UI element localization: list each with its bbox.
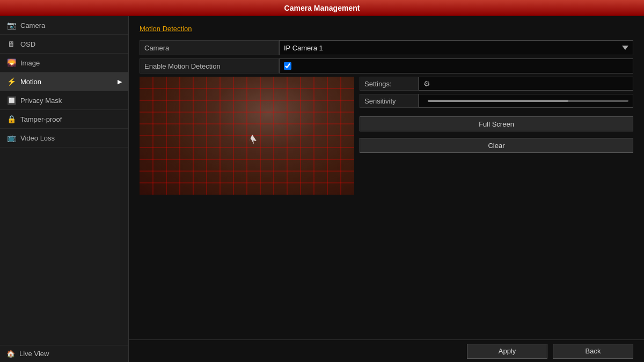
gear-icon: ⚙ bbox=[423, 79, 430, 88]
camera-label: Camera bbox=[140, 40, 279, 55]
title-text: Camera Management bbox=[284, 4, 360, 12]
sidebar-item-motion[interactable]: ⚡ Motion ▶ bbox=[0, 72, 128, 91]
camera-feed bbox=[140, 77, 354, 195]
apply-button[interactable]: Apply bbox=[467, 344, 547, 359]
video-settings-area: Settings: ⚙ Sensitivity bbox=[140, 77, 633, 195]
live-view-button[interactable]: 🏠 Live View bbox=[0, 345, 128, 362]
image-icon: 🌄 bbox=[6, 58, 16, 67]
settings-label: Settings: bbox=[360, 77, 419, 91]
full-screen-btn-wrapper: Full Screen bbox=[360, 116, 633, 131]
clear-btn-wrapper: Clear bbox=[360, 138, 633, 153]
settings-value-cell: ⚙ bbox=[419, 77, 633, 91]
camera-row: Camera IP Camera 1 bbox=[140, 40, 633, 55]
back-button[interactable]: Back bbox=[553, 344, 633, 359]
enable-motion-checkbox[interactable] bbox=[284, 62, 291, 70]
camera-select[interactable]: IP Camera 1 bbox=[279, 40, 633, 55]
sidebar-label-video-loss: Video Loss bbox=[20, 134, 55, 142]
privacy-mask-icon: 🔲 bbox=[6, 96, 16, 105]
content-area: Motion Detection Camera IP Camera 1 Enab… bbox=[129, 16, 644, 362]
sidebar-item-image[interactable]: 🌄 Image bbox=[0, 54, 128, 72]
cam-background bbox=[140, 77, 354, 195]
full-screen-button[interactable]: Full Screen bbox=[360, 116, 633, 131]
settings-row: Settings: ⚙ bbox=[360, 77, 633, 91]
sidebar-label-osd: OSD bbox=[20, 40, 35, 48]
osd-icon: 🖥 bbox=[6, 40, 16, 48]
sensitivity-row: Sensitivity bbox=[360, 94, 633, 108]
bottom-bar: Apply Back bbox=[129, 339, 644, 362]
sidebar-label-tamper-proof: Tamper-proof bbox=[20, 115, 62, 123]
sidebar-item-osd[interactable]: 🖥 OSD bbox=[0, 35, 128, 54]
sidebar: 📷 Camera 🖥 OSD 🌄 Image ⚡ Motion ▶ 🔲 Priv… bbox=[0, 16, 129, 362]
title-bar: Camera Management bbox=[0, 0, 644, 16]
sensitivity-fill bbox=[428, 100, 568, 102]
clear-button[interactable]: Clear bbox=[360, 138, 633, 153]
video-loss-icon: 📺 bbox=[6, 134, 16, 142]
sidebar-item-privacy-mask[interactable]: 🔲 Privacy Mask bbox=[0, 91, 128, 110]
video-preview[interactable] bbox=[140, 77, 354, 195]
sidebar-label-camera: Camera bbox=[20, 21, 45, 29]
breadcrumb[interactable]: Motion Detection bbox=[140, 25, 633, 33]
enable-motion-checkbox-cell bbox=[279, 58, 633, 73]
sensitivity-label: Sensitivity bbox=[360, 94, 419, 108]
live-view-icon: 🏠 bbox=[6, 350, 15, 358]
sidebar-label-privacy-mask: Privacy Mask bbox=[20, 97, 62, 105]
sensitivity-value-cell bbox=[419, 94, 633, 108]
motion-icon: ⚡ bbox=[6, 77, 16, 86]
enable-motion-row: Enable Motion Detection bbox=[140, 58, 633, 73]
sidebar-label-image: Image bbox=[20, 59, 40, 67]
live-view-label: Live View bbox=[19, 350, 49, 358]
chevron-right-icon: ▶ bbox=[118, 78, 122, 85]
camera-icon: 📷 bbox=[6, 21, 16, 29]
sidebar-item-camera[interactable]: 📷 Camera bbox=[0, 16, 128, 35]
main-layout: 📷 Camera 🖥 OSD 🌄 Image ⚡ Motion ▶ 🔲 Priv… bbox=[0, 16, 644, 362]
sidebar-label-motion: Motion bbox=[20, 78, 41, 86]
sensitivity-slider[interactable] bbox=[428, 100, 628, 102]
settings-panel: Settings: ⚙ Sensitivity bbox=[360, 77, 633, 195]
sidebar-item-video-loss[interactable]: 📺 Video Loss bbox=[0, 129, 128, 147]
form-area: Camera IP Camera 1 Enable Motion Detecti… bbox=[140, 40, 633, 339]
tamper-proof-icon: 🔒 bbox=[6, 115, 16, 123]
sidebar-item-tamper-proof[interactable]: 🔒 Tamper-proof bbox=[0, 110, 128, 129]
enable-motion-label: Enable Motion Detection bbox=[140, 58, 279, 73]
